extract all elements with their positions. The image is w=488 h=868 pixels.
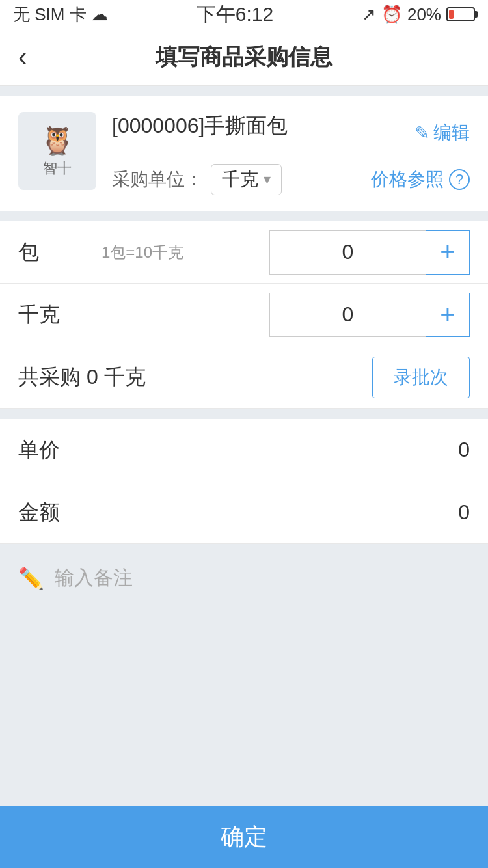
bag-label: 包 — [18, 238, 96, 267]
battery-percent: 20% — [407, 5, 441, 25]
question-icon: ? — [449, 169, 470, 190]
status-left: 无 SIM 卡 ☁ — [13, 3, 108, 26]
nav-bar: ‹ 填写商品采购信息 — [0, 29, 488, 86]
kg-plus-button[interactable]: + — [426, 293, 470, 337]
unit-value: 千克 — [222, 167, 258, 192]
pencil-icon: ✏️ — [18, 566, 44, 591]
location-icon: ↗ — [362, 5, 376, 25]
note-section[interactable]: ✏️ 输入备注 — [0, 544, 488, 612]
unit-label: 采购单位： — [112, 167, 203, 192]
amount-label: 金额 — [18, 498, 60, 527]
price-divider — [0, 409, 488, 419]
amount-value: 0 — [458, 500, 470, 524]
price-ref-label: 价格参照 — [371, 167, 444, 192]
kg-input-group: + — [269, 293, 470, 337]
sim-status: 无 SIM 卡 ☁ — [13, 3, 108, 26]
bag-sub-label: 1包=10千克 — [102, 242, 183, 263]
chevron-down-icon: ▾ — [264, 171, 271, 188]
summary-label: 共采购 0 千克 — [18, 363, 146, 392]
edit-icon: ✎ — [414, 122, 429, 144]
bag-input-group: + — [269, 230, 470, 275]
back-button[interactable]: ‹ — [18, 42, 27, 72]
amount-row: 金额 0 — [0, 481, 488, 544]
bag-input[interactable] — [269, 230, 426, 275]
alarm-icon: ⏰ — [381, 5, 402, 25]
summary-row: 共采购 0 千克 录批次 — [0, 346, 488, 409]
brand-text: 智十 — [43, 159, 72, 178]
product-name: [0000006]手撕面包 — [112, 112, 288, 141]
unit-price-row: 单价 0 — [0, 419, 488, 481]
note-placeholder: 输入备注 — [55, 565, 133, 591]
kg-row: 千克 + — [0, 284, 488, 346]
unit-price-value: 0 — [458, 438, 470, 462]
product-info: [0000006]手撕面包 ✎ 编辑 采购单位： 千克 ▾ 价格参照 ? — [112, 112, 470, 195]
price-ref-button[interactable]: 价格参照 ? — [371, 167, 470, 192]
page-title: 填写商品采购信息 — [156, 42, 332, 72]
kg-label: 千克 — [18, 301, 96, 329]
unit-price-label: 单价 — [18, 436, 60, 465]
confirm-button[interactable]: 确定 — [0, 806, 488, 868]
bag-plus-button[interactable]: + — [426, 230, 470, 275]
bag-row: 包 1包=10千克 + — [0, 221, 488, 284]
status-bar: 无 SIM 卡 ☁ 下午6:12 ↗ ⏰ 20% — [0, 0, 488, 29]
batch-button[interactable]: 录批次 — [372, 357, 470, 398]
status-right: ↗ ⏰ 20% — [362, 5, 475, 25]
kg-input[interactable] — [269, 293, 426, 337]
purchase-unit: 采购单位： 千克 ▾ — [112, 164, 282, 195]
unit-dropdown[interactable]: 千克 ▾ — [211, 164, 282, 195]
edit-label: 编辑 — [433, 120, 470, 145]
bag-form-section: 包 1包=10千克 + 千克 + — [0, 221, 488, 346]
product-card: 🦉 智十 [0000006]手撕面包 ✎ 编辑 采购单位： 千克 ▾ — [0, 96, 488, 211]
battery-icon — [446, 7, 475, 21]
price-section: 单价 0 金额 0 — [0, 419, 488, 544]
middle-divider — [0, 211, 488, 221]
status-time: 下午6:12 — [197, 1, 273, 28]
edit-button[interactable]: ✎ 编辑 — [414, 120, 470, 145]
product-image: 🦉 智十 — [18, 112, 96, 190]
top-divider — [0, 86, 488, 96]
owl-icon: 🦉 — [40, 124, 74, 156]
